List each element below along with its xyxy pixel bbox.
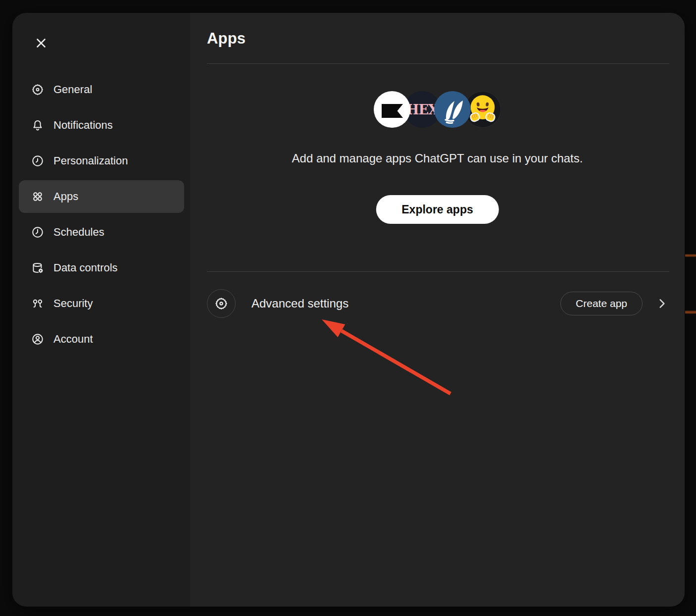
- sidebar-item-label: Schedules: [53, 226, 104, 239]
- divider: [207, 271, 669, 272]
- sidebar-item-label: Security: [53, 297, 93, 310]
- sidebar-item-personalization[interactable]: Personalization: [19, 145, 184, 177]
- flag-app-icon: [374, 91, 410, 128]
- sidebar-item-security[interactable]: Security: [19, 287, 184, 320]
- gear-icon: [31, 83, 45, 97]
- keys-icon: [31, 297, 45, 310]
- clock-icon: [31, 225, 45, 239]
- sidebar-item-label: Personalization: [53, 154, 128, 167]
- background-artifact-line: [685, 310, 696, 314]
- sidebar-item-label: Data controls: [53, 261, 118, 274]
- apps-panel: Apps HEX: [190, 13, 685, 607]
- bell-icon: [31, 118, 45, 132]
- sidebar-nav: General Notifications: [19, 73, 184, 356]
- apps-grid-icon: [31, 190, 45, 204]
- chevron-right-icon: [655, 297, 668, 310]
- sidebar-item-account[interactable]: Account: [19, 323, 184, 356]
- close-button[interactable]: [31, 33, 51, 53]
- close-icon: [34, 36, 49, 51]
- sidebar-item-label: General: [53, 83, 92, 96]
- advanced-settings-label: Advanced settings: [251, 297, 348, 310]
- sidebar-item-general[interactable]: General: [19, 73, 184, 106]
- sidebar-item-label: Apps: [53, 190, 78, 203]
- advanced-settings-gear-badge: [207, 289, 236, 318]
- advanced-settings-row[interactable]: Advanced settings Create app: [207, 289, 668, 318]
- gear-icon: [214, 296, 229, 311]
- sidebar-item-label: Notifications: [53, 119, 113, 132]
- sidebar-item-apps[interactable]: Apps: [19, 180, 184, 213]
- create-app-button[interactable]: Create app: [560, 292, 643, 315]
- sidebar-item-data-controls[interactable]: Data controls: [19, 252, 184, 284]
- database-gear-icon: [31, 261, 45, 275]
- person-circle-icon: [31, 332, 45, 346]
- sidebar-item-notifications[interactable]: Notifications: [19, 109, 184, 142]
- page-title: Apps: [207, 30, 246, 48]
- sidebar-item-schedules[interactable]: Schedules: [19, 216, 184, 249]
- settings-modal: General Notifications: [12, 13, 685, 607]
- app-icon-cluster: HEX: [190, 91, 685, 128]
- background-artifact-line: [685, 254, 696, 257]
- clock-personalization-icon: [31, 154, 45, 168]
- apps-description: Add and manage apps ChatGPT can use in y…: [190, 152, 685, 165]
- hex-app-label: HEX: [406, 102, 438, 117]
- settings-sidebar: General Notifications: [12, 13, 190, 607]
- sails-app-icon: [434, 91, 471, 128]
- sidebar-item-label: Account: [53, 333, 93, 346]
- divider: [207, 63, 669, 64]
- settings-screen: General Notifications: [0, 0, 696, 616]
- explore-apps-button[interactable]: Explore apps: [376, 195, 498, 224]
